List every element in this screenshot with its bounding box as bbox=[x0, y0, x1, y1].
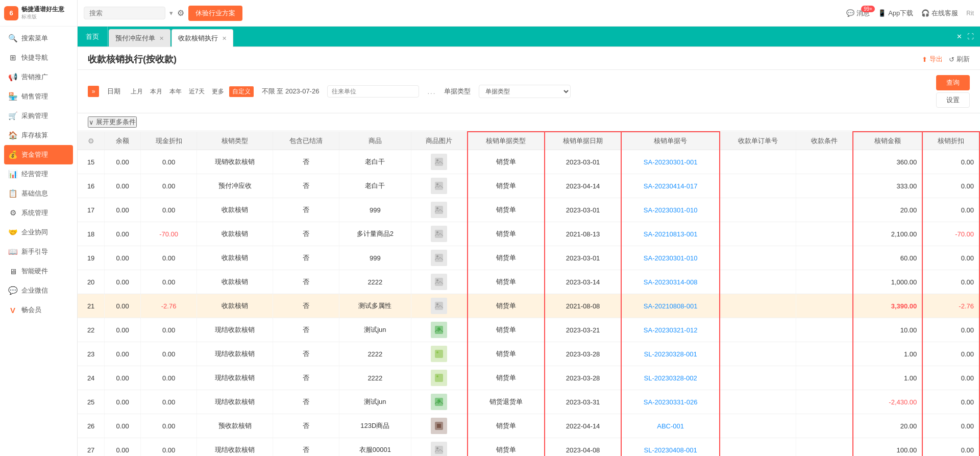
sidebar-item-operation[interactable]: 📊 经营管理 bbox=[0, 164, 77, 184]
sidebar-item-label: 企业微信 bbox=[21, 286, 48, 295]
sidebar-item-purchase[interactable]: 🛒 采购管理 bbox=[0, 106, 77, 126]
gear-icon[interactable]: ⚙ bbox=[177, 8, 184, 18]
tab-receipt[interactable]: 收款核销执行 ✕ bbox=[172, 29, 233, 47]
sidebar-item-label: 畅会员 bbox=[21, 305, 41, 315]
date-btn-7days[interactable]: 近7天 bbox=[187, 86, 207, 97]
bill-no-link[interactable]: SA-20230301-001 bbox=[644, 158, 698, 166]
sidebar-item-search[interactable]: 🔍 搜索菜单 bbox=[0, 29, 77, 48]
export-button[interactable]: ⬆ 导出 bbox=[922, 55, 943, 64]
sidebar-item-marketing[interactable]: 📢 营销推广 bbox=[0, 67, 77, 87]
topbar-actions: 💬 消息 99+ 📱 App下载 🎧 在线客服 Rit bbox=[846, 9, 974, 18]
cell-receipt-order-no bbox=[720, 222, 796, 246]
sidebar-item-base[interactable]: 📋 基础信息 bbox=[0, 184, 77, 203]
bill-no-link[interactable]: SL-20230328-001 bbox=[644, 350, 697, 358]
bill-no-link[interactable]: SA-20210808-001 bbox=[644, 302, 698, 310]
cell-cancel-amount: 360.00 bbox=[853, 150, 923, 174]
cell-product-img bbox=[411, 390, 468, 414]
bill-no-link[interactable]: SA-20230301-010 bbox=[644, 254, 698, 262]
chevron-down-icon[interactable]: ▾ bbox=[169, 9, 173, 17]
bill-no-link[interactable]: SL-20230328-002 bbox=[644, 374, 697, 382]
refresh-button[interactable]: ↺ 刷新 bbox=[949, 55, 970, 64]
cell-cash-discount: 0.00 bbox=[141, 366, 197, 390]
cell-cancel-amount: 1,000.00 bbox=[853, 270, 923, 294]
cell-cancel-discount: 0.00 bbox=[922, 246, 979, 270]
tab-receipt-close[interactable]: ✕ bbox=[222, 35, 227, 42]
cell-receipt-cond bbox=[796, 318, 853, 342]
cell-include-settled: 否 bbox=[273, 198, 339, 222]
cell-balance: 0.00 bbox=[105, 414, 141, 438]
maximize-window-icon[interactable]: ⛶ bbox=[967, 33, 974, 40]
sidebar-item-wechat[interactable]: 💬 企业微信 bbox=[0, 281, 77, 300]
sidebar-item-inventory[interactable]: 🏠 库存核算 bbox=[0, 126, 77, 145]
cell-product: 测试多属性 bbox=[339, 294, 411, 318]
message-badge[interactable]: 💬 消息 99+ bbox=[846, 9, 870, 18]
tab-receipt-label: 收款核销执行 bbox=[178, 34, 218, 43]
bill-no-link[interactable]: SA-20230321-012 bbox=[644, 326, 698, 334]
cell-bill-date: 2022-04-14 bbox=[545, 414, 622, 438]
bill-type-select[interactable]: 单据类型 bbox=[479, 85, 571, 98]
sidebar-item-member[interactable]: V 畅会员 bbox=[0, 300, 77, 320]
base-icon: 📋 bbox=[8, 189, 17, 198]
cell-product: 衣服00001 bbox=[339, 438, 411, 457]
filter-expand-button[interactable]: » bbox=[88, 86, 99, 97]
page-header: 收款核销执行(按收款) ⬆ 导出 ↺ 刷新 bbox=[78, 47, 980, 70]
sidebar-item-sales[interactable]: 🏪 销售管理 bbox=[0, 87, 77, 106]
table-row: 21 0.00 -2.76 收款核销 否 测试多属性 销货单 2021-08-0… bbox=[78, 294, 979, 318]
date-btn-this-month[interactable]: 本月 bbox=[148, 86, 164, 97]
table-row: 15 0.00 0.00 现销收款核销 否 老白干 销货单 2023-03-01… bbox=[78, 150, 979, 174]
date-btn-more[interactable]: 更多 bbox=[210, 86, 226, 97]
gear-icon: ⚙ bbox=[88, 137, 94, 145]
topbar-search-input[interactable] bbox=[84, 7, 165, 19]
cell-receipt-order-no bbox=[720, 270, 796, 294]
th-cancel-amount: 核销金额 bbox=[853, 132, 923, 150]
operation-icon: 📊 bbox=[8, 170, 17, 179]
cell-include-settled: 否 bbox=[273, 174, 339, 198]
cell-include-settled: 否 bbox=[273, 390, 339, 414]
cell-product-img bbox=[411, 438, 468, 457]
tab-prepay[interactable]: 预付冲应付单 ✕ bbox=[109, 29, 170, 47]
tab-prepay-close[interactable]: ✕ bbox=[159, 35, 164, 42]
date-btn-this-year[interactable]: 本年 bbox=[167, 86, 184, 97]
purchase-icon: 🛒 bbox=[8, 111, 17, 121]
bill-no-link[interactable]: SA-20210813-001 bbox=[644, 230, 698, 238]
sidebar-item-system[interactable]: ⚙ 系统管理 bbox=[0, 203, 77, 223]
table-row: 16 0.00 0.00 预付冲应收 否 老白干 销货单 2023-04-14 … bbox=[78, 174, 979, 198]
chevron-down-icon: ∨ bbox=[89, 118, 94, 126]
bill-no-link[interactable]: ABC-001 bbox=[657, 422, 684, 430]
cell-bill-no: SA-20230331-026 bbox=[621, 390, 719, 414]
bill-no-link[interactable]: SA-20230301-010 bbox=[644, 206, 698, 214]
close-window-icon[interactable]: ✕ bbox=[957, 33, 962, 40]
app-download-btn[interactable]: 📱 App下载 bbox=[878, 9, 913, 18]
user-name[interactable]: Rit bbox=[966, 10, 974, 17]
sidebar-item-guide[interactable]: 📖 新手引导 bbox=[0, 242, 77, 261]
industry-solution-button[interactable]: 休验行业方案 bbox=[188, 6, 242, 21]
date-filter-label: 日期 bbox=[107, 87, 120, 96]
online-service-btn[interactable]: 🎧 在线客服 bbox=[921, 9, 958, 18]
date-btn-custom[interactable]: 自定义 bbox=[229, 86, 254, 97]
download-icon: 📱 bbox=[878, 9, 886, 17]
sidebar-item-shortcut[interactable]: ⊞ 快捷导航 bbox=[0, 48, 77, 67]
settings-button[interactable]: 设置 bbox=[936, 92, 970, 108]
cell-receipt-order-no bbox=[720, 366, 796, 390]
date-btn-last-month[interactable]: 上月 bbox=[129, 86, 145, 97]
cell-product-img bbox=[411, 414, 468, 438]
sidebar-item-hardware[interactable]: 🖥 智能硬件 bbox=[0, 261, 77, 281]
table-row: 18 0.00 -70.00 收款核销 否 多计量商品2 销货单 2021-08… bbox=[78, 222, 979, 246]
sidebar-item-enterprise[interactable]: 🤝 企业协同 bbox=[0, 223, 77, 242]
cell-receipt-cond bbox=[796, 198, 853, 222]
th-balance: 余额 bbox=[105, 132, 141, 150]
bill-no-link[interactable]: SL-20230408-001 bbox=[644, 446, 697, 454]
query-button[interactable]: 查询 bbox=[936, 75, 970, 90]
bill-no-link[interactable]: SA-20230331-026 bbox=[644, 398, 698, 406]
tab-home[interactable]: 首页 bbox=[78, 27, 108, 46]
expand-more-button[interactable]: ∨ 展开更多条件 bbox=[88, 116, 137, 128]
sidebar-item-finance[interactable]: 💰 资金管理 bbox=[4, 145, 73, 164]
bill-no-link[interactable]: SA-20230414-017 bbox=[644, 182, 698, 190]
cell-balance: 0.00 bbox=[105, 222, 141, 246]
cell-no: 23 bbox=[78, 342, 105, 366]
cell-no: 18 bbox=[78, 222, 105, 246]
partner-filter-input[interactable] bbox=[327, 85, 419, 98]
cell-cancel-discount: -70.00 bbox=[922, 222, 979, 246]
bill-no-link[interactable]: SA-20230314-008 bbox=[644, 278, 698, 286]
cell-cash-discount: 0.00 bbox=[141, 198, 197, 222]
